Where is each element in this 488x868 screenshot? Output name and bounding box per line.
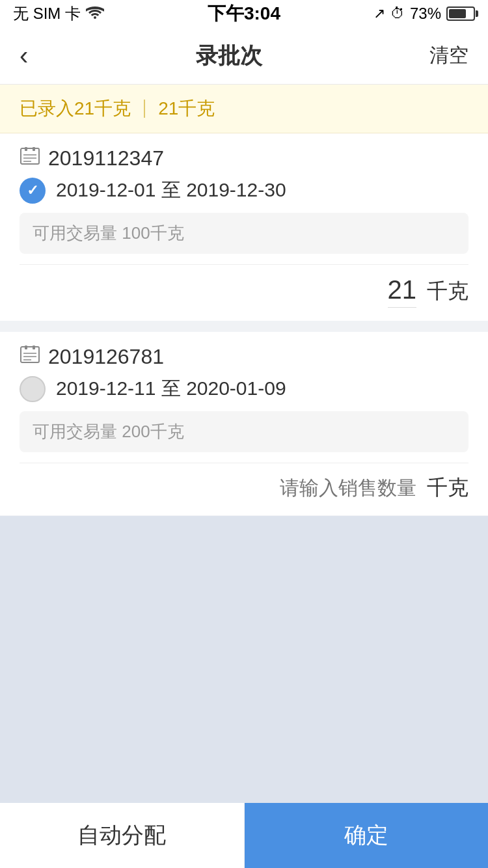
avail-box-2: 可用交易量 200千克 xyxy=(20,411,468,452)
radio-unselected-2[interactable] xyxy=(20,376,46,402)
svg-rect-2 xyxy=(33,147,35,151)
batch-header-2: 2019126781 xyxy=(20,345,468,369)
status-right: ↗ ⏱ 73% xyxy=(373,5,475,23)
wifi-icon xyxy=(86,5,104,23)
summary-bar: 已录入21千克 21千克 xyxy=(0,85,488,133)
location-icon: ↗ xyxy=(373,5,385,22)
input-unit-2: 千克 xyxy=(427,474,468,502)
empty-area xyxy=(0,516,488,803)
status-time: 下午3:04 xyxy=(208,1,280,26)
confirm-button[interactable]: 确定 xyxy=(245,803,489,868)
batch-header-1: 2019112347 xyxy=(20,146,468,170)
svg-rect-8 xyxy=(33,346,35,349)
confirm-label: 确定 xyxy=(344,821,388,850)
status-left: 无 SIM 卡 xyxy=(13,3,104,24)
battery-icon xyxy=(446,7,475,21)
summary-recorded: 已录入21千克 xyxy=(20,96,131,121)
avail-box-1: 可用交易量 100千克 xyxy=(20,213,468,254)
auto-distribute-label: 自动分配 xyxy=(77,821,166,850)
batch-date-1: 2019-12-01 至 2019-12-30 xyxy=(56,177,286,204)
back-button[interactable]: ‹ xyxy=(20,41,28,70)
avail-text-1: 可用交易量 100千克 xyxy=(33,223,184,243)
qty-input-2[interactable] xyxy=(20,477,416,499)
batch-date-2: 2019-12-11 至 2020-01-09 xyxy=(56,375,286,402)
radio-selected-1[interactable]: ✓ xyxy=(20,178,46,204)
summary-divider xyxy=(144,100,145,118)
batch-number-1: 2019112347 xyxy=(48,146,164,170)
alarm-icon: ⏱ xyxy=(390,5,405,22)
batch-row-1[interactable]: ✓ 2019-12-01 至 2019-12-30 xyxy=(20,177,468,204)
auto-distribute-button[interactable]: 自动分配 xyxy=(0,803,245,868)
qty-value-1[interactable]: 21 xyxy=(388,275,417,308)
batch-row-2[interactable]: 2019-12-11 至 2020-01-09 xyxy=(20,375,468,402)
avail-text-2: 可用交易量 200千克 xyxy=(33,422,184,441)
batch-icon-1 xyxy=(20,147,40,170)
batch-item-2: 2019126781 2019-12-11 至 2020-01-09 可用交易量… xyxy=(0,332,488,516)
battery-percent: 73% xyxy=(410,5,441,23)
check-icon-1: ✓ xyxy=(27,182,38,199)
carrier-text: 无 SIM 卡 xyxy=(13,3,81,24)
batch-number-2: 2019126781 xyxy=(48,345,164,369)
bottom-bar: 自动分配 确定 xyxy=(0,803,488,868)
batch-icon-2 xyxy=(20,346,40,368)
nav-bar: ‹ 录批次 清空 xyxy=(0,27,488,85)
summary-amount: 21千克 xyxy=(158,96,215,121)
page-title: 录批次 xyxy=(196,41,262,71)
qty-row-1: 21 千克 xyxy=(20,264,468,321)
section-divider xyxy=(0,321,488,332)
clear-button[interactable]: 清空 xyxy=(429,42,468,69)
qty-unit-1: 千克 xyxy=(427,277,468,306)
svg-rect-1 xyxy=(25,147,27,151)
input-row-2: 千克 xyxy=(20,463,468,515)
status-bar: 无 SIM 卡 下午3:04 ↗ ⏱ 73% xyxy=(0,0,488,27)
main-content: 已录入21千克 21千克 2019112347 ✓ 2019-12- xyxy=(0,85,488,803)
svg-rect-7 xyxy=(25,346,27,349)
batch-item-1: 2019112347 ✓ 2019-12-01 至 2019-12-30 可用交… xyxy=(0,133,488,321)
